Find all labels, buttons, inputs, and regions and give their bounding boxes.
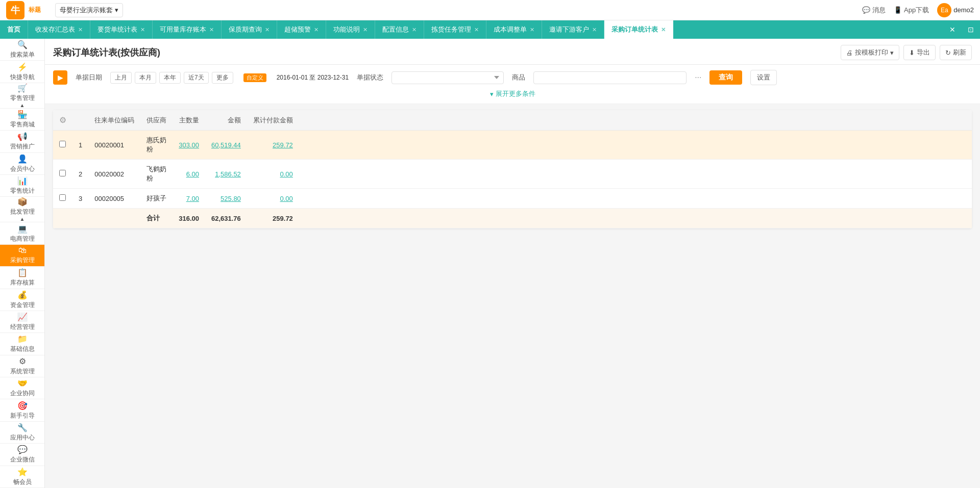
row-amount[interactable]: 60,519.44 <box>205 131 247 160</box>
sidebar-item-7[interactable]: 📦批发管理▲ <box>0 197 44 222</box>
row-paid[interactable]: 0.00 <box>247 189 299 209</box>
sidebar-item-17[interactable]: 🔧应用中心 <box>0 422 44 444</box>
tab-close-icon[interactable]: ✕ <box>412 27 416 33</box>
settings-button[interactable]: 设置 <box>750 70 777 85</box>
sidebar-item-15[interactable]: 🤝企业协同 <box>0 377 44 399</box>
sidebar-item-9[interactable]: 🛍采购管理 <box>0 245 44 267</box>
nav-tab-3[interactable]: 可用量库存账本✕ <box>153 20 222 39</box>
more-icon[interactable]: ··· <box>695 73 701 82</box>
filter-more-row: ▾ 展开更多条件 <box>53 89 972 98</box>
sidebar-item-18[interactable]: 💬企业微信 <box>0 444 44 466</box>
row-quantity[interactable]: 7.00 <box>173 189 205 209</box>
footer-empty-1 <box>53 209 72 228</box>
row-index: 2 <box>72 160 88 189</box>
sidebar-icon-18: 💬 <box>17 445 28 454</box>
row-checkbox[interactable] <box>53 189 72 209</box>
message-btn[interactable]: 💬 消息 <box>862 6 886 15</box>
row-unit-code: 00020002 <box>88 160 140 189</box>
query-button[interactable]: 查询 <box>709 70 742 85</box>
checkbox-input[interactable] <box>59 194 66 201</box>
sidebar-item-12[interactable]: 📈经营管理 <box>0 311 44 333</box>
sidebar-item-6[interactable]: 📊零售统计 <box>0 175 44 197</box>
tab-close-icon[interactable]: ✕ <box>363 27 368 33</box>
nav-tab-9[interactable]: 成本调整单✕ <box>486 20 542 39</box>
export-button[interactable]: ⬇ 导出 <box>903 45 936 60</box>
date-shortcut-本年[interactable]: 本年 <box>159 72 181 84</box>
row-quantity[interactable]: 303.00 <box>173 131 205 160</box>
row-paid[interactable]: 0.00 <box>247 160 299 189</box>
row-checkbox[interactable] <box>53 131 72 160</box>
nav-tab-5[interactable]: 超储预警✕ <box>277 20 326 39</box>
table-footer: 合计 316.00 62,631.76 259.72 <box>53 209 972 228</box>
nav-tabs: 首页收发存汇总表✕要货单统计表✕可用量库存账本✕保质期查询✕超储预警✕功能说明✕… <box>0 20 980 39</box>
sidebar-icon-13: 📁 <box>17 334 28 344</box>
row-quantity[interactable]: 6.00 <box>173 160 205 189</box>
row-extra <box>299 131 972 160</box>
nav-tab-10[interactable]: 邀请下游客户✕ <box>542 20 604 39</box>
avatar: Ea <box>937 3 951 17</box>
tab-close-icon[interactable]: ✕ <box>592 27 597 33</box>
refresh-button[interactable]: ↻ 刷新 <box>940 45 972 60</box>
sidebar-item-1[interactable]: ⚡快捷导航 <box>0 61 44 83</box>
tab-close-icon[interactable]: ✕ <box>265 27 270 33</box>
row-unit-code: 00020005 <box>88 189 140 209</box>
sidebar-item-5[interactable]: 👤会员中心 <box>0 153 44 175</box>
nav-tab-2[interactable]: 要货单统计表✕ <box>90 20 153 39</box>
row-amount[interactable]: 1,586.52 <box>205 160 247 189</box>
tab-close-icon[interactable]: ✕ <box>209 27 214 33</box>
date-shortcut-上月[interactable]: 上月 <box>110 72 132 84</box>
checkbox-input[interactable] <box>59 141 66 147</box>
tab-close-icon[interactable]: ✕ <box>140 27 145 33</box>
date-shortcut-更多[interactable]: 更多 <box>212 72 233 84</box>
tab-close-icon[interactable]: ✕ <box>78 27 83 33</box>
workspace-selector[interactable]: 母婴行业演示账套 ▾ <box>55 3 123 17</box>
sidebar-item-14[interactable]: ⚙系统管理 <box>0 355 44 377</box>
refresh-label: 刷新 <box>953 48 966 57</box>
query-label: 查询 <box>719 73 733 81</box>
sidebar-item-2[interactable]: 🛒零售管理▲ <box>0 83 44 109</box>
nav-close-btn[interactable]: ✕ <box>943 20 962 39</box>
custom-badge[interactable]: 自定义 <box>243 73 266 82</box>
date-shortcut-本月[interactable]: 本月 <box>135 72 156 84</box>
app-download-btn[interactable]: 📱 App下载 <box>894 6 929 15</box>
col-index-header <box>72 110 88 131</box>
sidebar-icon-1: ⚡ <box>17 62 28 72</box>
sidebar-item-3[interactable]: 🏪零售商城 <box>0 109 44 131</box>
status-select[interactable] <box>391 71 504 84</box>
filter-expand-btn[interactable]: ▶ <box>53 70 67 85</box>
gear-icon[interactable]: ⚙ <box>59 116 66 124</box>
sidebar-item-16[interactable]: 🎯新手引导 <box>0 399 44 421</box>
nav-tab-4[interactable]: 保质期查询✕ <box>222 20 277 39</box>
nav-maximize-btn[interactable]: ⊡ <box>962 20 980 39</box>
goods-input[interactable] <box>533 71 687 84</box>
sidebar-item-10[interactable]: 📋库存核算 <box>0 267 44 289</box>
nav-tab-8[interactable]: 拣货任务管理✕ <box>424 20 486 39</box>
print-label: 按模板打印 <box>855 48 888 57</box>
nav-tab-7[interactable]: 配置信息✕ <box>375 20 424 39</box>
nav-tab-0[interactable]: 首页 <box>0 20 28 39</box>
sidebar-item-0[interactable]: 🔍搜索菜单 <box>0 39 44 61</box>
expand-more-btn[interactable]: ▾ 展开更多条件 <box>490 89 535 98</box>
nav-tab-11[interactable]: 采购订单统计表✕ <box>604 20 673 39</box>
tab-close-icon[interactable]: ✕ <box>474 27 479 33</box>
sidebar-item-8[interactable]: 💻电商管理 <box>0 222 44 244</box>
sidebar-label-4: 营销推广 <box>10 142 35 151</box>
row-amount[interactable]: 525.80 <box>205 189 247 209</box>
sidebar-item-19[interactable]: ⭐畅会员 <box>0 466 44 488</box>
sidebar-item-13[interactable]: 📁基础信息 <box>0 333 44 355</box>
date-shortcut-近7天[interactable]: 近7天 <box>184 72 209 84</box>
row-paid[interactable]: 259.72 <box>247 131 299 160</box>
tab-close-icon[interactable]: ✕ <box>314 27 318 33</box>
row-extra <box>299 160 972 189</box>
table-header-row: ⚙ 往来单位编码 供应商 主数量 金额 累计付款金额 <box>53 110 972 131</box>
nav-tab-1[interactable]: 收发存汇总表✕ <box>28 20 90 39</box>
tab-close-icon[interactable]: ✕ <box>530 27 534 33</box>
sidebar-item-11[interactable]: 💰资金管理 <box>0 289 44 311</box>
nav-tab-6[interactable]: 功能说明✕ <box>326 20 375 39</box>
tab-close-icon[interactable]: ✕ <box>661 27 666 33</box>
row-checkbox[interactable] <box>53 160 72 189</box>
print-button[interactable]: 🖨 按模板打印 ▾ <box>841 45 899 60</box>
sidebar-item-4[interactable]: 📢营销推广 <box>0 131 44 152</box>
checkbox-input[interactable] <box>59 170 66 176</box>
user-area[interactable]: Ea demo2 <box>937 3 974 17</box>
